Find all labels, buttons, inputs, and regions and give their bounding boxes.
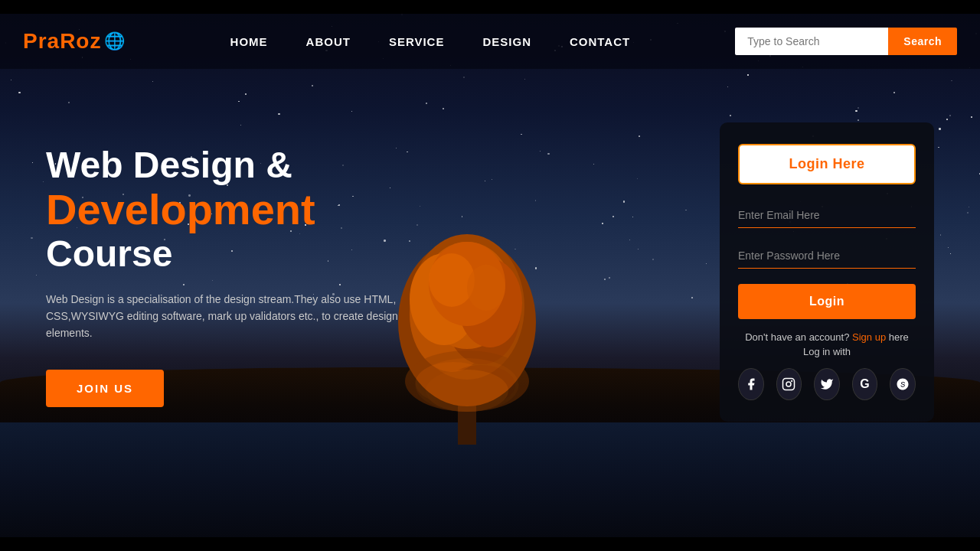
no-account-text: Don't have an account? Sign up here <box>738 331 916 343</box>
bottom-bar <box>0 537 980 551</box>
log-in-with-label: Log in with <box>738 346 916 357</box>
nav-design[interactable]: DESIGN <box>482 35 531 48</box>
main-content: Web Design & Development Course Web Desi… <box>0 69 980 537</box>
nav: HOME ABOUT SERVICE DESIGN CONTACT <box>148 35 712 48</box>
login-title-button[interactable]: Login Here <box>738 144 916 184</box>
social-icons: G <box>738 368 916 400</box>
hero-section: Web Design & Development Course Web Desi… <box>46 115 720 407</box>
password-input[interactable] <box>738 243 916 269</box>
logo-globe: 🌐 <box>104 31 125 51</box>
svg-point-18 <box>786 382 791 386</box>
nav-home[interactable]: HOME <box>230 35 268 48</box>
login-button[interactable]: Login <box>738 284 916 319</box>
svg-rect-17 <box>783 379 795 390</box>
hero-line2: Development <box>46 186 720 233</box>
hero-line1: Web Design & <box>46 145 720 186</box>
hero-description: Web Design is a specialisation of the de… <box>46 291 413 342</box>
twitter-icon[interactable] <box>814 368 840 400</box>
hero-line3: Course <box>46 233 720 275</box>
signup-link[interactable]: Sign up <box>852 331 886 343</box>
login-card: Login Here Login Don't have an account? … <box>720 122 934 422</box>
search-button[interactable]: Search <box>888 28 957 55</box>
logo-text: PraRoz <box>23 29 101 54</box>
password-group <box>738 243 916 269</box>
facebook-icon[interactable] <box>738 368 764 400</box>
email-group <box>738 203 916 228</box>
instagram-icon[interactable] <box>776 368 802 400</box>
logo[interactable]: PraRoz 🌐 <box>23 29 125 54</box>
search-area: Search <box>735 28 957 55</box>
email-input[interactable] <box>738 203 916 228</box>
search-input[interactable] <box>735 28 888 55</box>
google-icon[interactable]: G <box>852 368 878 400</box>
nav-about[interactable]: ABOUT <box>306 35 351 48</box>
nav-service[interactable]: SERVICE <box>389 35 445 48</box>
top-bar <box>0 0 980 14</box>
skype-icon[interactable] <box>890 368 916 400</box>
header: PraRoz 🌐 HOME ABOUT SERVICE DESIGN CONTA… <box>0 14 980 69</box>
nav-contact[interactable]: CONTACT <box>570 35 630 48</box>
svg-point-19 <box>791 380 792 382</box>
join-us-button[interactable]: JOIN US <box>46 370 164 407</box>
